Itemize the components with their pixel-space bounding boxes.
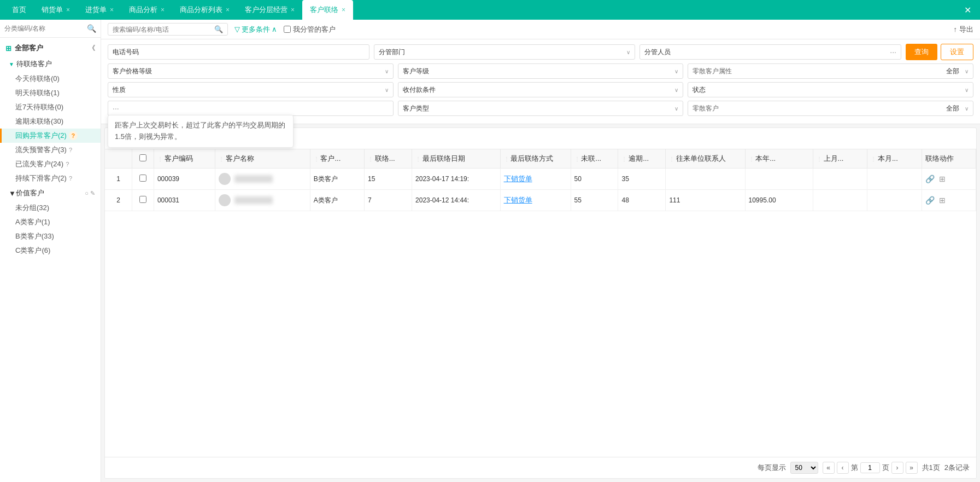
sidebar-item-churned[interactable]: 已流失客户(24) ? — [0, 157, 101, 171]
total-records: 2条记录 — [944, 463, 970, 473]
col-header-this-month[interactable]: 本月... — [867, 149, 922, 169]
col-header-uncontact[interactable]: 未联... — [571, 149, 618, 169]
contact-icon[interactable]: 🔗 — [925, 196, 935, 205]
collapse-icon[interactable]: 《 — [89, 44, 95, 53]
sidebar-item-class-b[interactable]: B类客户(33) — [0, 229, 101, 243]
cell-last-way[interactable]: 下销货单 — [500, 169, 571, 190]
my-customers-check[interactable] — [284, 26, 291, 33]
filter-retail-attr[interactable]: 零散客户属性 全部 ∨ — [688, 63, 973, 79]
cell-name — [215, 190, 310, 211]
col-header-last-month[interactable]: 上月... — [813, 149, 867, 169]
close-icon[interactable]: × — [342, 6, 345, 14]
filter-customer-type[interactable]: 客户类型 ∨ — [398, 101, 684, 116]
sidebar-item-declining[interactable]: 持续下滑客户(2) ? — [0, 171, 101, 185]
sidebar-item-class-c[interactable]: C类客户(6) — [0, 243, 101, 258]
col-header-last-way[interactable]: 最后联络方式 — [500, 149, 571, 169]
last-page-button[interactable]: » — [906, 462, 918, 474]
filter-customer-level[interactable]: 客户等级 ∨ — [398, 63, 684, 79]
edit-icons[interactable]: ○ ✎ — [85, 190, 95, 197]
prev-page-button[interactable]: ‹ — [837, 462, 849, 474]
cell-code: 000031 — [154, 190, 215, 211]
filter-phone[interactable]: 电话号码 — [108, 44, 369, 60]
row-checkbox[interactable] — [139, 175, 146, 182]
sidebar-item-overdue[interactable]: 逾期未联络(30) — [0, 114, 101, 129]
sidebar-all-customers[interactable]: ⊞ 全部客户 《 — [0, 40, 101, 56]
filter-payment[interactable]: 收付款条件 ∨ — [398, 82, 684, 97]
col-header-type[interactable]: 客户... — [310, 149, 364, 169]
sidebar-item-today[interactable]: 今天待联络(0) — [0, 72, 101, 86]
more-conditions-button[interactable]: ▽ 更多条件 ∧ — [234, 25, 277, 34]
close-icon[interactable]: × — [161, 6, 165, 14]
col-header-contact[interactable]: 联络... — [365, 149, 412, 169]
cell-num: 1 — [105, 169, 132, 190]
cell-checkbox[interactable] — [132, 190, 154, 211]
my-customers-checkbox[interactable]: 我分管的客户 — [284, 25, 336, 34]
page-size-select[interactable]: 20 50 100 — [790, 462, 818, 474]
search-input[interactable] — [113, 26, 214, 33]
close-icon[interactable]: × — [66, 6, 70, 14]
last-way-link[interactable]: 下销货单 — [504, 196, 532, 204]
col-header-code[interactable]: 客户编码 — [154, 149, 215, 169]
search-box[interactable]: 🔍 — [108, 23, 228, 36]
filter-nature[interactable]: 性质 ∨ — [108, 82, 394, 97]
col-header-related[interactable]: 往来单位联系人 — [666, 149, 745, 169]
next-page-button[interactable]: › — [891, 462, 903, 474]
nav-customer-tier[interactable]: 客户分层经营 × — [237, 0, 302, 20]
last-way-link[interactable]: 下销货单 — [504, 175, 532, 183]
export-button[interactable]: ↑ 导出 — [954, 25, 974, 34]
first-page-button[interactable]: « — [823, 462, 835, 474]
filter-status[interactable]: 状态 ∨ — [688, 82, 973, 97]
more-action-icon[interactable]: ⊞ — [939, 175, 946, 183]
sidebar-item-unclassified[interactable]: 未分组(32) — [0, 201, 101, 215]
cell-action: 🔗 ⊞ — [922, 169, 976, 190]
search-icon: 🔍 — [87, 24, 96, 33]
table-header-row: 客户编码 客户名称 客户... 联络... — [105, 149, 976, 169]
search-icon[interactable]: 🔍 — [214, 25, 223, 33]
select-all-checkbox[interactable] — [139, 154, 146, 161]
filter-department[interactable]: 分管部门 ∨ — [374, 44, 636, 60]
sidebar-group-value[interactable]: ▼ 价值客户 ○ ✎ — [0, 185, 101, 201]
sidebar-item-7days[interactable]: 近7天待联络(0) — [0, 100, 101, 114]
col-header-name[interactable]: 客户名称 — [215, 149, 310, 169]
page-size-dropdown[interactable]: 20 50 100 — [790, 462, 818, 474]
nav-product-analysis[interactable]: 商品分析 × — [121, 0, 172, 20]
close-icon[interactable]: × — [226, 6, 230, 14]
close-all-button[interactable]: ✕ — [960, 5, 976, 15]
col-header-overdue[interactable]: 逾期... — [618, 149, 666, 169]
data-table-container: ⚙ 客户编码 客户名称 — [104, 127, 977, 479]
cell-action: 🔗 ⊞ — [922, 190, 976, 211]
nav-home[interactable]: 首页 — [4, 0, 34, 20]
col-header-this-year[interactable]: 本年... — [745, 149, 813, 169]
more-action-icon[interactable]: ⊞ — [939, 196, 946, 205]
cell-checkbox[interactable] — [132, 169, 154, 190]
filter-row-2: 客户价格等级 ∨ 客户等级 ∨ 零散客户属性 全部 ∨ — [108, 63, 973, 79]
filter-price-level[interactable]: 客户价格等级 ∨ — [108, 63, 394, 79]
chevron-down-icon: ∨ — [965, 68, 969, 74]
close-icon[interactable]: × — [291, 6, 295, 14]
query-button[interactable]: 查询 — [906, 44, 937, 60]
cell-type: B类客户 — [310, 169, 364, 190]
nav-customer-contact[interactable]: 客户联络 × — [302, 0, 353, 20]
nav-sales-order[interactable]: 销货单 × — [34, 0, 78, 20]
settings-button[interactable]: 设置 — [941, 44, 973, 60]
filter-manager[interactable]: 分管人员 ··· — [639, 44, 901, 60]
table-scroll-container[interactable]: 客户编码 客户名称 客户... 联络... — [105, 149, 976, 457]
row-checkbox[interactable] — [139, 196, 146, 203]
cell-last-way[interactable]: 下销货单 — [500, 190, 571, 211]
sidebar-item-class-a[interactable]: A类客户(1) — [0, 215, 101, 229]
page-number-input[interactable] — [860, 462, 880, 473]
contact-icon[interactable]: 🔗 — [925, 175, 935, 183]
sidebar-search-input[interactable] — [4, 25, 87, 32]
filter-more[interactable]: ··· — [108, 101, 394, 116]
sidebar-item-churn-warning[interactable]: 流失预警客户(3) ? — [0, 143, 101, 157]
sidebar-item-tomorrow[interactable]: 明天待联络(1) — [0, 86, 101, 100]
nav-product-analysis-list[interactable]: 商品分析列表 × — [172, 0, 237, 20]
filter-retail-customer[interactable]: 零散客户 全部 ∨ — [688, 101, 973, 116]
filter-row-3: 性质 ∨ 收付款条件 ∨ 状态 ∨ — [108, 82, 973, 97]
sidebar-item-repurchase-abnormal[interactable]: 回购异常客户(2) ? — [0, 129, 101, 143]
nav-purchase-order[interactable]: 进货单 × — [78, 0, 121, 20]
customer-table: 客户编码 客户名称 客户... 联络... — [105, 149, 976, 211]
sidebar-group-pending[interactable]: ▼ 待联络客户 — [0, 56, 101, 72]
close-icon[interactable]: × — [110, 6, 114, 14]
col-header-last-date[interactable]: 最后联络日期 — [412, 149, 501, 169]
